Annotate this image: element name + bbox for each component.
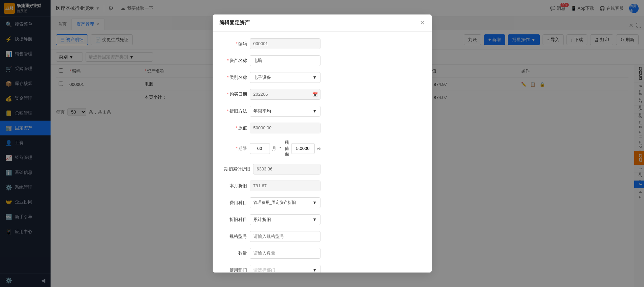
- quantity-label: 数量: [223, 250, 250, 256]
- form-group-expense-account: 费用科目 管理费用_固定资产折旧 ▼: [223, 197, 321, 208]
- quantity-input[interactable]: [250, 248, 321, 259]
- code-input[interactable]: [250, 38, 321, 49]
- period-label: *期限: [223, 146, 250, 152]
- spec-label: 规格型号: [223, 233, 250, 240]
- initial-accum-input[interactable]: [253, 164, 321, 174]
- initial-accum-label: 期初累计折旧: [223, 166, 253, 172]
- purchase-date-wrap: 📅: [250, 89, 321, 100]
- category-chevron-icon: ▼: [312, 75, 317, 80]
- depr-method-value: 年限平均: [253, 108, 271, 114]
- expense-account-value: 管理费用_固定资产折旧: [253, 200, 296, 205]
- pct-label: %: [317, 146, 321, 151]
- dialog-title: 编辑固定资产: [219, 20, 250, 26]
- dept-label: 使用部门: [223, 267, 250, 273]
- depr-account-chevron-icon: ▼: [312, 217, 317, 222]
- edit-asset-dialog: 编辑固定资产 ✕ *编码 *资产名称: [213, 14, 432, 273]
- form-divider: [324, 38, 324, 181]
- residual-rate-input[interactable]: [291, 143, 315, 154]
- dialog-overlay: 编辑固定资产 ✕ *编码 *资产名称: [0, 0, 644, 287]
- form-group-period: *期限 月 * 残值率 %: [223, 139, 321, 158]
- depr-account-select[interactable]: 累计折旧 ▼: [250, 214, 321, 225]
- residual-rate-label: 残值率: [285, 139, 289, 158]
- original-value-input[interactable]: [250, 123, 321, 133]
- required-star: *: [280, 146, 281, 151]
- purchase-date-input[interactable]: [250, 89, 321, 100]
- dept-placeholder: 请选择部门: [253, 267, 275, 273]
- monthly-depr-label: 本月折旧: [223, 183, 250, 189]
- form-group-spec: 规格型号: [223, 231, 321, 242]
- form-group-depr-account: 折旧科目 累计折旧 ▼: [223, 214, 321, 225]
- asset-name-label: *资产名称: [223, 58, 250, 64]
- form-col-right: 本月折旧 费用科目 管理费用_固定资产折旧 ▼: [219, 181, 324, 273]
- form-group-initial-accum: 期初累计折旧: [223, 164, 321, 174]
- dialog-body: *编码 *资产名称 *类别名称: [213, 32, 432, 273]
- asset-name-input[interactable]: [250, 55, 321, 66]
- original-value-label: *原值: [223, 125, 250, 131]
- form-group-category: *类别名称 电子设备 ▼: [223, 72, 321, 83]
- depr-method-label: *折旧方法: [223, 108, 250, 114]
- expense-account-label: 费用科目: [223, 200, 250, 206]
- calendar-icon: 📅: [312, 92, 318, 97]
- expense-account-select[interactable]: 管理费用_固定资产折旧 ▼: [250, 197, 321, 208]
- dept-select[interactable]: 请选择部门 ▼: [250, 265, 321, 273]
- period-input[interactable]: [250, 143, 270, 154]
- code-label: *编码: [223, 41, 250, 47]
- depr-account-label: 折旧科目: [223, 217, 250, 223]
- form-group-original-value: *原值: [223, 123, 321, 133]
- purchase-date-label: *购买日期: [223, 91, 250, 97]
- category-label: *类别名称: [223, 74, 250, 81]
- category-select-value: 电子设备: [253, 74, 271, 81]
- depr-account-value: 累计折旧: [253, 217, 271, 223]
- form-grid: *编码 *资产名称 *类别名称: [219, 38, 425, 273]
- dialog-close-btn[interactable]: ✕: [420, 19, 425, 27]
- form-col-left: *编码 *资产名称 *类别名称: [219, 38, 324, 181]
- period-unit-label: 月: [272, 146, 276, 152]
- monthly-depr-input: [250, 181, 321, 191]
- form-group-depr-method: *折旧方法 年限平均 ▼: [223, 106, 321, 117]
- form-group-code: *编码: [223, 38, 321, 49]
- category-select[interactable]: 电子设备 ▼: [250, 72, 321, 83]
- expense-chevron-icon: ▼: [312, 200, 317, 205]
- form-group-monthly-depr: 本月折旧: [223, 181, 321, 191]
- dialog-header: 编辑固定资产 ✕: [213, 14, 432, 32]
- form-group-quantity: 数量: [223, 248, 321, 259]
- form-group-asset-name: *资产名称: [223, 55, 321, 66]
- period-group: 月 * 残值率 %: [250, 139, 321, 158]
- spec-input[interactable]: [250, 231, 321, 242]
- form-group-purchase-date: *购买日期 📅: [223, 89, 321, 100]
- depr-method-chevron-icon: ▼: [312, 108, 317, 114]
- depr-method-select[interactable]: 年限平均 ▼: [250, 106, 321, 117]
- form-group-dept: 使用部门 请选择部门 ▼: [223, 265, 321, 273]
- dept-chevron-icon: ▼: [312, 267, 317, 273]
